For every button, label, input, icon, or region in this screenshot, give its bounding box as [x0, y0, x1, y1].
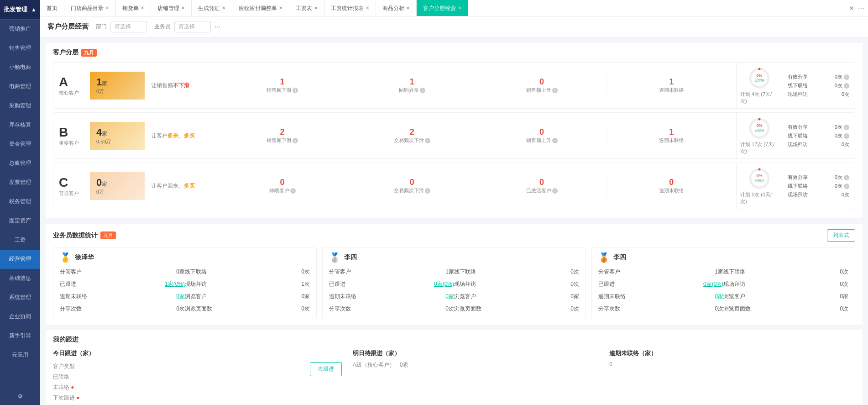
tab-生成凭证[interactable]: 生成凭证 ✕ [192, 0, 232, 16]
tab-客户分层经营[interactable]: 客户分层经营 ✕ [417, 0, 468, 16]
sidebar-item-资金管理[interactable]: 资金管理 [0, 135, 40, 154]
list-view-button[interactable]: 列表式 [827, 229, 855, 242]
close-icon[interactable]: ✕ [222, 0, 225, 16]
stat-cell-linked: 1 逾期未联络 [607, 126, 736, 146]
close-icon[interactable]: ✕ [141, 0, 144, 16]
medal-icon-1: 🥈 [329, 252, 340, 263]
tier-stats-C: 0 休眠客户 i 0 交易频次下滑 i 0 已激活客户 i 0 逾期未联络 [218, 172, 736, 200]
sidebar-item-基础信息[interactable]: 基础信息 [0, 269, 40, 288]
tab-应收应付调整单[interactable]: 应收应付调整单 ✕ [232, 0, 289, 16]
staff-stat-row: 已跟进 0家(0%) [598, 279, 723, 289]
sidebar-item-采购管理[interactable]: 采购管理 [0, 96, 40, 116]
staff-name-1: 李四 [344, 253, 357, 262]
stat-cell-linked: 1 逾期未联络 [607, 75, 736, 95]
sidebar-item-企业协同[interactable]: 企业协同 [0, 307, 40, 326]
sidebar-collapse-icon[interactable]: ▲ [31, 6, 37, 13]
close-icon[interactable]: ✕ [458, 0, 461, 16]
tier-row-B: B 重要客户 4家 0.53万 让客户多来、多买 2 销售额下滑 i 2 [53, 112, 855, 159]
tier-row-A: A 核心客户 1家 0万 让销售额不下滑 1 销售额下滑 i 1 [53, 62, 855, 109]
tier-right-stats-C: 有效分享 0次 i 线下联络 0次 i 现场拜访 0次 [782, 171, 855, 201]
tab-门店商品目录[interactable]: 门店商品目录 ✕ [64, 0, 116, 16]
staff-stat-row: 现场拜访 0次 [723, 279, 848, 289]
tab-工资表[interactable]: 工资表 ✕ [289, 0, 324, 16]
tab-工资统计报表[interactable]: 工资统计报表 ✕ [324, 0, 376, 16]
staff-stat-row: 分管客户 1家 [598, 267, 723, 277]
tab-首页[interactable]: 首页 [40, 0, 64, 16]
tier-right-stats-A: 有效分享 0次 i 线下联络 0次 i 现场拜访 0次 [782, 71, 855, 100]
sidebar-item-小畅电商[interactable]: 小畅电商 [0, 58, 40, 77]
sidebar-item-固定资产[interactable]: 固定资产 [0, 211, 40, 231]
followup-section-title: 我的跟进 [53, 336, 855, 344]
more-filter-icon[interactable]: ··· [214, 23, 220, 31]
medal-icon-0: 🥇 [60, 252, 71, 263]
tab-销货单[interactable]: 销货单 ✕ [116, 0, 151, 16]
biz-month-badge: 九月 [100, 231, 116, 239]
tab-商品分析[interactable]: 商品分析 ✕ [376, 0, 417, 16]
staff-stat-row: 浏览客户 0家 [185, 291, 310, 302]
sidebar-title: 批发管理 [4, 5, 27, 14]
overdue-col: 逾期未联络（家） 0 [609, 349, 855, 368]
tab-more-icon[interactable]: ⋯ [858, 5, 864, 12]
staff-grid-1: 分管客户 1家 线下联络 0次 已跟进 0家(0%) 现场拜访 [329, 267, 579, 314]
customer-section-title: 客户分层 九月 [53, 48, 855, 57]
staff-stat-row: 分管客户 1家 [329, 267, 454, 277]
dept-filter: 部门 请选择 [96, 21, 147, 32]
tier-circle-C: 0% 已联络 计划 0次 (0天/次) [736, 163, 782, 209]
close-icon[interactable]: ✕ [279, 0, 282, 16]
tab-collapse-icon[interactable]: ✕ [849, 5, 854, 12]
staff-stat-row: 分享次数 0次 [60, 304, 185, 314]
close-icon[interactable]: ✕ [181, 0, 185, 16]
stat-cell: 0 休眠客户 i [218, 176, 347, 196]
stat-cell: 0 销售额上升 i [477, 75, 607, 95]
sidebar-item-系统管理[interactable]: 系统管理 [0, 288, 40, 307]
stat-cell: 0 交易频次下滑 i [347, 176, 477, 196]
sidebar-item-税务管理[interactable]: 税务管理 [0, 192, 40, 211]
tomorrow-followup-title: 明日待跟进（家） [353, 349, 599, 358]
sidebar-item-营销推广[interactable]: 营销推广 [0, 20, 40, 39]
staff-cards: 🥇 徐泽华 分管客户 0家 线下联络 0次 已跟进 [53, 247, 855, 319]
today-followup-title: 今日跟进（家） [53, 349, 299, 358]
biz-header: 业务员数据统计 九月 列表式 [53, 229, 855, 242]
tier-label-B: B 重要客户 [53, 120, 90, 152]
dept-select[interactable]: 请选择 [110, 21, 147, 32]
stat-cell: 0 已激活客户 i [477, 176, 607, 196]
biz-stats-section: 业务员数据统计 九月 列表式 🥇 徐泽华 分管客户 0家 [46, 224, 863, 325]
staff-stat-row: 已跟进 1家(0%) [60, 279, 185, 289]
sidebar-item-新手引导[interactable]: 新手引导 [0, 326, 40, 346]
sidebar-item-经营管理[interactable]: 经营管理 [0, 250, 40, 269]
dept-label: 部门 [96, 23, 107, 31]
sidebar-item-销售管理[interactable]: 销售管理 [0, 39, 40, 58]
customer-tier-section: 客户分层 九月 A 核心客户 1家 0万 让销售额不下滑 1 [46, 43, 863, 218]
staff-select[interactable]: 请选择 [174, 21, 211, 32]
staff-card-2: 🥉 李四 分管客户 1家 线下联络 0次 已跟进 [591, 247, 855, 319]
staff-card-header-2: 🥉 李四 [598, 252, 848, 263]
sidebar-item-库存核算[interactable]: 库存核算 [0, 116, 40, 135]
stat-cell: 2 销售额下滑 i [218, 126, 347, 146]
tab-店铺管理[interactable]: 店铺管理 ✕ [151, 0, 192, 16]
sidebar-item-工资[interactable]: 工资 [0, 231, 40, 250]
tier-suggestion-C: 让客户回来、多买 [145, 179, 218, 194]
overdue-title: 逾期未联络（家） [609, 349, 855, 358]
close-icon[interactable]: ✕ [314, 0, 318, 16]
today-rows: 客户类型 已联络 未联络 ● 下次跟进 ● [53, 361, 299, 403]
sidebar-item-电商管理[interactable]: 电商管理 [0, 77, 40, 96]
sidebar-header: 批发管理 ▲ [0, 0, 40, 20]
tier-circle-A: 0% 已联络 计划 4次 (7天/次) [736, 63, 782, 108]
sidebar-settings[interactable]: ⚙ [0, 388, 40, 405]
staff-stat-row: 线下联络 0次 [454, 267, 579, 277]
tier-suggestion-A: 让销售额不下滑 [145, 78, 218, 93]
staff-stat-row: 浏览客户 0家 [454, 291, 579, 302]
goto-followup-button[interactable]: 去跟进 [310, 362, 342, 376]
sidebar-item-发票管理[interactable]: 发票管理 [0, 173, 40, 192]
staff-filter: 业务员 请选择 ··· [154, 21, 220, 32]
tier-right-stats-B: 有效分享 0次 i 线下联络 0次 i 现场拜访 0次 [782, 121, 855, 151]
page-header: 客户分层经营 部门 请选择 业务员 请选择 ··· [40, 16, 868, 37]
tier-count-A: 1家 0万 [90, 72, 145, 100]
close-icon[interactable]: ✕ [406, 0, 410, 16]
sidebar-item-云应用[interactable]: 云应用 [0, 346, 40, 365]
close-icon[interactable]: ✕ [366, 0, 369, 16]
stat-cell: 0 销售额上升 i [477, 126, 607, 146]
overdue-val: 0 [609, 361, 855, 368]
close-icon[interactable]: ✕ [105, 0, 109, 16]
sidebar-item-总账管理[interactable]: 总账管理 [0, 154, 40, 173]
